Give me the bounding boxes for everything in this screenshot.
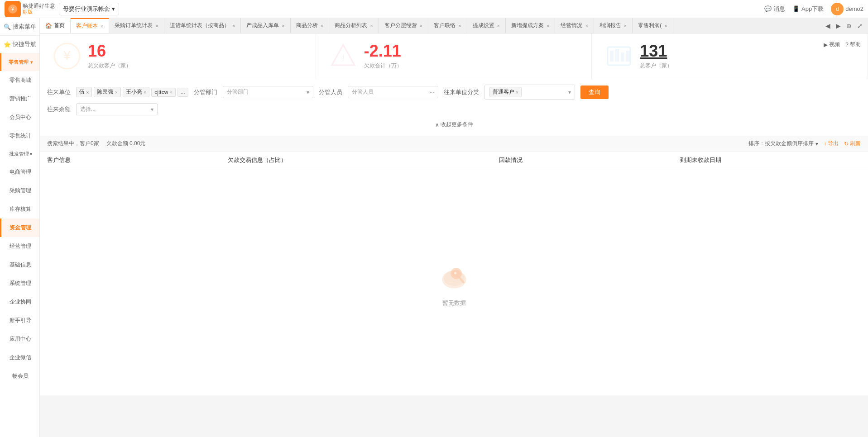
help-btn[interactable]: ? 帮助 bbox=[845, 41, 861, 48]
org-select[interactable]: 母婴行业演示帐套 ▾ bbox=[59, 3, 119, 15]
svg-rect-9 bbox=[621, 52, 624, 62]
tab-close-customer-tier[interactable]: × bbox=[420, 23, 422, 28]
sidebar-item-marketing[interactable]: 营销推广 bbox=[0, 90, 39, 108]
sidebar-item-member-center[interactable]: 会员中心 bbox=[0, 108, 39, 127]
tab-maximize-btn[interactable]: ⤢ bbox=[855, 21, 864, 30]
video-btn[interactable]: ▶ 视频 bbox=[824, 41, 840, 48]
user-menu[interactable]: d demo2 bbox=[831, 3, 863, 15]
tab-customer-tier[interactable]: 客户分层经营 × bbox=[379, 18, 428, 33]
table-header: 客户信息 欠款交易信息（占比） 回款情况 到期未收款日期 bbox=[40, 152, 868, 169]
tab-home[interactable]: 🏠 首页 bbox=[40, 18, 71, 33]
tab-product-inbound[interactable]: 产成品入库单 × bbox=[241, 18, 290, 33]
message-icon: 💬 bbox=[764, 5, 772, 12]
tab-new-raise-plan[interactable]: 新增提成方案 × bbox=[506, 18, 555, 33]
tab-incoming-stats[interactable]: 进货单统计表（按商品） × bbox=[164, 18, 241, 33]
tab-profit-report[interactable]: 利润报告 × bbox=[594, 18, 633, 33]
sidebar-item-vip-member[interactable]: 畅会员 bbox=[0, 367, 39, 385]
sidebar-item-wholesale-mgmt[interactable]: 批发管理 ▾ bbox=[0, 145, 39, 163]
top-bar: ¥ 畅捷通好生意 标版 母婴行业演示帐套 ▾ 💬 消息 📱 App下载 d de… bbox=[0, 0, 868, 18]
message-btn[interactable]: 💬 消息 bbox=[764, 5, 785, 13]
app-download-btn[interactable]: 📱 App下载 bbox=[792, 5, 824, 13]
sidebar-item-app-center[interactable]: 应用中心 bbox=[0, 330, 39, 348]
sidebar-item-sys-mgmt[interactable]: 系统管理 bbox=[0, 274, 39, 293]
tab-raise-settings[interactable]: 提成设置 × bbox=[467, 18, 506, 33]
sidebar-item-inventory[interactable]: 库存核算 bbox=[0, 200, 39, 218]
export-btn[interactable]: ↑ 导出 bbox=[824, 140, 839, 147]
tab-purchase-order-stats[interactable]: 采购订单统计表 × bbox=[109, 18, 164, 33]
balance-label: 往来余额 bbox=[47, 105, 71, 114]
sidebar-item-retail-stats[interactable]: 零售统计 bbox=[0, 127, 39, 145]
tab-close-ops-status[interactable]: × bbox=[585, 23, 588, 28]
avatar: d bbox=[831, 3, 844, 15]
tab-close-product-inbound[interactable]: × bbox=[282, 23, 284, 28]
unit-classify-select[interactable]: 普通客户 × ▾ bbox=[484, 85, 575, 100]
tag-close-classify[interactable]: × bbox=[516, 90, 518, 95]
sidebar-item-ecommerce[interactable]: 电商管理 bbox=[0, 163, 39, 181]
tab-product-analysis[interactable]: 商品分析 × bbox=[291, 18, 329, 33]
tag-close-chenminqiang[interactable]: × bbox=[115, 90, 117, 95]
sidebar-item-purchase-mgmt[interactable]: 采购管理 bbox=[0, 181, 39, 200]
col-debt-trade-info: 欠款交易信息（占比） bbox=[228, 156, 499, 164]
results-bar-right: 排序：按欠款金额倒序排序 ▾ ↑ 导出 ↻ 刷新 bbox=[748, 140, 861, 147]
stat-value-debt-amount: -2.11 bbox=[364, 43, 402, 59]
tab-controls: ◀ ▶ ⊕ ⤢ bbox=[820, 21, 868, 30]
sidebar-item-capital-mgmt[interactable]: 资金管理 bbox=[0, 218, 39, 237]
tag-close-wangxiaoliang[interactable]: × bbox=[144, 90, 146, 95]
tab-close-new-raise-plan[interactable]: × bbox=[547, 23, 549, 28]
svg-point-16 bbox=[454, 272, 456, 274]
tab-close-product-analysis-list[interactable]: × bbox=[370, 23, 373, 28]
tab-close-product-analysis[interactable]: × bbox=[321, 23, 323, 28]
tab-close-customer-contact[interactable]: × bbox=[458, 23, 461, 28]
sort-select[interactable]: 排序：按欠款金额倒序排序 ▾ bbox=[748, 140, 818, 147]
tab-close-purchase-order-stats[interactable]: × bbox=[155, 23, 158, 28]
balance-select[interactable]: 选择... ▾ bbox=[76, 103, 158, 115]
stats-header: ¥ 16 总欠款客户（家） ! bbox=[40, 33, 868, 79]
sidebar-search-menu[interactable]: 🔍 搜索菜单 bbox=[0, 18, 39, 36]
sidebar-item-new-guide[interactable]: 新手引导 bbox=[0, 311, 39, 330]
tab-retail-profit[interactable]: 零售利润( × bbox=[633, 18, 673, 33]
tab-close-incoming-stats[interactable]: × bbox=[232, 23, 235, 28]
collapse-btn[interactable]: ∧ 收起更多条件 bbox=[430, 119, 479, 130]
tag-close-wu[interactable]: × bbox=[86, 90, 89, 95]
tab-more-btn[interactable]: ⊕ bbox=[844, 21, 854, 30]
sidebar-quick-nav[interactable]: ⭐ 快捷导航 bbox=[0, 36, 39, 53]
sidebar-item-enterprise-wechat[interactable]: 企业微信 bbox=[0, 348, 39, 367]
search-button[interactable]: 查询 bbox=[580, 86, 609, 99]
unit-label: 往来单位 bbox=[47, 88, 71, 96]
tab-accounts-receivable[interactable]: 客户账本 × bbox=[71, 18, 109, 33]
refresh-btn[interactable]: ↻ 刷新 bbox=[844, 140, 861, 147]
svg-rect-7 bbox=[610, 51, 614, 62]
sidebar-item-retail-mgmt[interactable]: 零售管理 ▾ bbox=[0, 53, 39, 71]
stat-block-total-customers: 131 总客户（家） bbox=[592, 33, 868, 79]
dept-label: 分管部门 bbox=[194, 88, 217, 96]
tab-close-accounts-receivable[interactable]: × bbox=[101, 24, 103, 29]
tab-next-btn[interactable]: ▶ bbox=[834, 21, 843, 30]
tab-close-retail-profit[interactable]: × bbox=[664, 23, 667, 28]
sidebar-item-retail-mall[interactable]: 零售商城 bbox=[0, 71, 39, 90]
sidebar-item-basic-info[interactable]: 基础信息 bbox=[0, 256, 39, 274]
filter-tag-more[interactable]: ... bbox=[177, 88, 188, 97]
filter-tag-classify: 普通客户 × bbox=[489, 87, 522, 97]
search-icon: 🔍 bbox=[4, 24, 11, 30]
sidebar-item-enterprise-coop[interactable]: 企业协同 bbox=[0, 293, 39, 311]
tab-close-raise-settings[interactable]: × bbox=[497, 23, 500, 28]
tab-customer-contact[interactable]: 客户联络 × bbox=[428, 18, 467, 33]
unit-tags: 伍 × 陈民强 × 王小亮 × cjttcw × bbox=[76, 87, 188, 97]
tag-close-cjttcw[interactable]: × bbox=[169, 90, 172, 95]
dept-select[interactable]: 分管部门 ▾ bbox=[223, 86, 313, 98]
refresh-icon: ↻ bbox=[844, 141, 849, 147]
tab-close-profit-report[interactable]: × bbox=[624, 23, 627, 28]
tab-product-analysis-list[interactable]: 商品分析列表 × bbox=[329, 18, 379, 33]
stat-value-total-customers: 131 bbox=[640, 43, 672, 59]
export-icon: ↑ bbox=[824, 141, 826, 147]
collapse-row: ∧ 收起更多条件 bbox=[47, 119, 861, 130]
sidebar-item-ops-mgmt[interactable]: 经营管理 bbox=[0, 237, 39, 256]
stat-label-debt-amount: 欠款合计（万） bbox=[364, 62, 402, 70]
stat-info-debt-amount: -2.11 欠款合计（万） bbox=[364, 43, 402, 70]
col-repayment-status: 回款情况 bbox=[499, 156, 680, 164]
help-icon: ? bbox=[845, 42, 849, 48]
person-input[interactable]: 分管人员 ··· bbox=[348, 86, 438, 98]
stat-info-total-customers: 131 总客户（家） bbox=[640, 43, 672, 70]
tab-ops-status[interactable]: 经营情况 × bbox=[555, 18, 594, 33]
tab-prev-btn[interactable]: ◀ bbox=[824, 21, 832, 30]
